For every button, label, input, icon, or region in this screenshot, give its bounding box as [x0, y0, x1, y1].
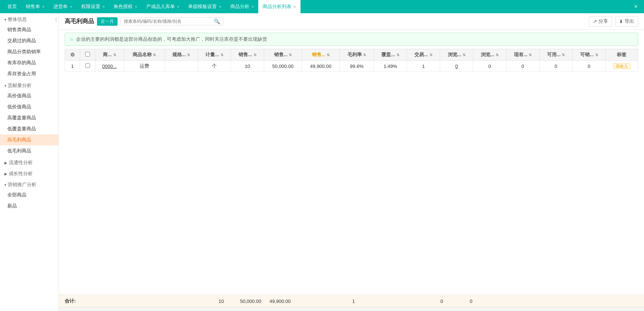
- footer-values: 10 50,000.00 49,900.00 1 0: [82, 299, 486, 304]
- col-sale-amount[interactable]: 销售... ⇅: [264, 49, 302, 61]
- close-instock-tab[interactable]: ×: [177, 4, 179, 9]
- sidebar-item-all-goods[interactable]: 全部商品: [0, 189, 58, 200]
- cell-sale-count: 10: [231, 61, 264, 72]
- sidebar-group-marketing[interactable]: ▾ 营销推广分析: [0, 178, 58, 189]
- col-browse2[interactable]: 浏览... ⇅: [473, 49, 506, 61]
- sidebar-group-contribution[interactable]: ▾ 贡献量分析: [0, 79, 58, 90]
- search-icon[interactable]: 🔍: [214, 18, 220, 24]
- footer-sale-count: 10: [206, 299, 236, 304]
- row-checkbox[interactable]: [85, 63, 90, 68]
- col-checkbox[interactable]: [80, 49, 95, 61]
- sort-icon-sale-count: ⇅: [253, 53, 256, 57]
- sidebar-group-growth[interactable]: ▶ 成长性分析: [0, 167, 58, 178]
- sort-icon-trade-count: ⇅: [429, 53, 432, 57]
- filter-date-button[interactable]: 近一月: [97, 17, 118, 26]
- horizontal-scrollbar[interactable]: [59, 307, 644, 311]
- select-all-checkbox[interactable]: [85, 52, 90, 57]
- nav-tab-instock[interactable]: 产成品入库单 ×: [142, 0, 184, 13]
- share-icon: ↗: [593, 19, 597, 24]
- nav-tab-home[interactable]: 首页: [3, 0, 21, 13]
- nav-tab-template[interactable]: 单据模板设置 ×: [184, 0, 226, 13]
- footer-spacer2: [317, 299, 339, 304]
- cell-spec: [165, 61, 198, 72]
- cell-code[interactable]: 0000...: [95, 61, 124, 72]
- top-nav: 首页 销售单 × 进货单 × 权限设置 × 角色授权 × 产成品入库单 × 单据…: [0, 0, 644, 13]
- footer-sale-profit: 49,900.00: [265, 299, 295, 304]
- footer-current-stock: 0: [427, 299, 456, 304]
- sidebar-item-high-coverage[interactable]: 高覆盖量商品: [0, 112, 58, 123]
- close-analysis-list-tab[interactable]: ×: [294, 4, 296, 9]
- col-saleable-stock[interactable]: 可销... ⇅: [572, 49, 605, 61]
- col-current-stock[interactable]: 现有... ⇅: [506, 49, 539, 61]
- close-roles-tab[interactable]: ×: [135, 4, 137, 9]
- col-tag[interactable]: 标签: [605, 49, 638, 61]
- nav-tab-permissions[interactable]: 权限设置 ×: [77, 0, 109, 13]
- col-sale-count[interactable]: 销售... ⇅: [231, 49, 264, 61]
- export-icon: ⬇: [619, 19, 623, 24]
- sidebar: 《 ▾ 整体信息 销售类商品 交易过的商品 商品分类助销率 有库存的商品 库存资…: [0, 13, 59, 311]
- search-box: 🔍: [120, 17, 223, 25]
- col-name[interactable]: 商品名称 ⇅: [124, 49, 165, 61]
- table-container: ⚙ 商... ⇅ 商品名称 ⇅ 规格... ⇅: [59, 49, 644, 294]
- col-unit[interactable]: 计量... ⇅: [198, 49, 231, 61]
- footer-sale-amount: 50,000.00: [236, 299, 265, 304]
- sidebar-collapse-button[interactable]: 《: [51, 16, 58, 23]
- share-button[interactable]: ↗ 分享: [589, 16, 612, 26]
- footer-label: 合计:: [65, 298, 76, 304]
- sidebar-item-low-coverage[interactable]: 低覆盖量商品: [0, 123, 58, 134]
- sidebar-item-new-goods[interactable]: 新品: [0, 200, 58, 211]
- sidebar-group-overview[interactable]: ▾ 整体信息: [0, 13, 58, 24]
- sidebar-item-traded-goods[interactable]: 交易过的商品: [0, 35, 58, 46]
- sidebar-item-stock-capital[interactable]: 库存资金占用: [0, 68, 58, 79]
- sidebar-group-liquidity[interactable]: ▶ 流通性分析: [0, 156, 58, 167]
- sort-icon-available-stock: ⇅: [562, 53, 565, 57]
- sidebar-item-low-margin[interactable]: 低毛利商品: [0, 145, 58, 156]
- col-trade-count[interactable]: 交易... ⇅: [407, 49, 440, 61]
- sidebar-item-sales-goods[interactable]: 销售类商品: [0, 24, 58, 35]
- chevron-down-icon-3: ▾: [4, 183, 6, 187]
- info-icon: ☆: [69, 37, 74, 42]
- nav-tab-sales[interactable]: 销售单 ×: [21, 0, 49, 13]
- sidebar-item-high-margin[interactable]: 高毛利商品: [0, 134, 58, 145]
- sort-icon-unit: ⇅: [220, 53, 223, 57]
- close-template-tab[interactable]: ×: [219, 4, 221, 9]
- close-purchase-tab[interactable]: ×: [70, 4, 72, 9]
- sidebar-item-low-value[interactable]: 低价值商品: [0, 101, 58, 112]
- col-gross-margin[interactable]: 毛利率 ⇅: [339, 49, 374, 61]
- footer-spacer: [295, 299, 317, 304]
- col-settings[interactable]: ⚙: [65, 49, 80, 61]
- cell-checkbox[interactable]: [80, 61, 95, 72]
- footer-bar: 合计: 10 50,000.00 49,900.00 1: [59, 294, 644, 307]
- col-browse1[interactable]: 浏览... ⇅: [440, 49, 473, 61]
- sort-icon-saleable-stock: ⇅: [595, 53, 598, 57]
- col-sale-profit[interactable]: 销售... ⇅: [302, 49, 339, 61]
- sidebar-item-high-value[interactable]: 高价值商品: [0, 90, 58, 101]
- cell-sale-profit: 49,900.00: [302, 61, 339, 72]
- cell-browse2: 0: [473, 61, 506, 72]
- close-sales-tab[interactable]: ×: [42, 4, 44, 9]
- main-layout: 《 ▾ 整体信息 销售类商品 交易过的商品 商品分类助销率 有库存的商品 库存资…: [0, 13, 644, 311]
- sort-icon-gross-margin: ⇅: [363, 53, 366, 57]
- nav-tab-analysis[interactable]: 商品分析 ×: [226, 0, 258, 13]
- nav-tab-analysis-list[interactable]: 商品分析列表 ×: [258, 0, 300, 13]
- col-spec[interactable]: 规格... ⇅: [165, 49, 198, 61]
- sort-icon-code: ⇅: [113, 53, 116, 57]
- nav-tab-roles[interactable]: 角色授权 ×: [109, 0, 141, 13]
- sidebar-item-category-rate[interactable]: 商品分类助销率: [0, 46, 58, 57]
- close-permissions-tab[interactable]: ×: [102, 4, 105, 9]
- chevron-down-icon: ▾: [4, 18, 6, 22]
- sort-icon-sale-profit: ⇅: [327, 53, 330, 57]
- cell-coverage: 1.49%: [374, 61, 407, 72]
- cell-browse1[interactable]: 0: [440, 61, 473, 72]
- col-code[interactable]: 商... ⇅: [95, 49, 124, 61]
- export-button[interactable]: ⬇ 导出: [615, 16, 638, 26]
- col-coverage[interactable]: 覆盖... ⇅: [374, 49, 407, 61]
- search-input[interactable]: [124, 19, 214, 24]
- nav-tab-purchase[interactable]: 进货单 ×: [49, 0, 76, 13]
- col-available-stock[interactable]: 可用... ⇅: [539, 49, 572, 61]
- data-table: ⚙ 商... ⇅ 商品名称 ⇅ 规格... ⇅: [65, 49, 638, 72]
- close-analysis-tab[interactable]: ×: [252, 4, 254, 9]
- sidebar-item-instock-goods[interactable]: 有库存的商品: [0, 57, 58, 68]
- footer-trade-count: 1: [339, 299, 368, 304]
- window-close-button[interactable]: ×: [631, 1, 641, 12]
